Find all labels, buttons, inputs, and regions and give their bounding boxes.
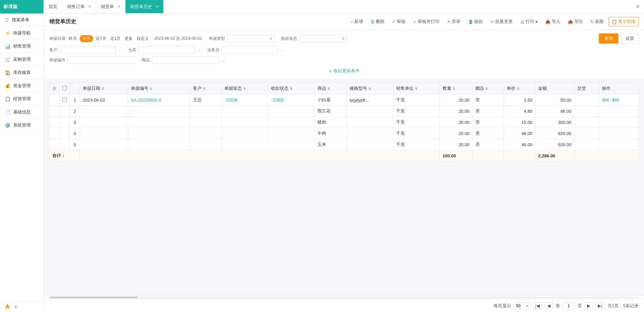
- col-doc-date[interactable]: 单据日期 ⇅: [80, 83, 128, 95]
- review-print-button[interactable]: ✓ 审核并打印: [410, 17, 442, 26]
- tab-sales-order-close[interactable]: ✕: [88, 4, 91, 9]
- date-opt-7days[interactable]: 近7天: [94, 35, 108, 42]
- pause-icon[interactable]: ⏸: [13, 304, 18, 309]
- col-unit-price[interactable]: 单价 ⇅: [504, 83, 535, 95]
- action-编辑[interactable]: 编辑: [602, 98, 609, 102]
- main-close-button[interactable]: ✕: [632, 3, 644, 10]
- tab-home[interactable]: 首页: [44, 0, 62, 13]
- date-opt-yesterday[interactable]: 昨天: [67, 35, 78, 42]
- row-goods: 西兰花: [314, 106, 347, 117]
- sidebar-item-purchase-mgmt[interactable]: 🛒 采购管理: [0, 53, 44, 66]
- page-input[interactable]: [563, 303, 575, 309]
- import-button[interactable]: 📥 导入: [542, 17, 563, 26]
- export-button[interactable]: 📤 导出: [565, 17, 586, 26]
- col-gift[interactable]: 赠品 ⇅: [472, 83, 504, 95]
- page-size-select[interactable]: 20 50 100 200: [514, 303, 530, 309]
- gear-icon[interactable]: ⚙: [52, 86, 57, 91]
- col-spec[interactable]: 规格型号 ⇅: [347, 83, 393, 95]
- row-doc-no[interactable]: [128, 117, 190, 128]
- show-detail-button[interactable]: 📋 显示明细: [609, 17, 639, 26]
- sidebar-item-quick-nav[interactable]: ⚡ 快捷导航: [0, 27, 44, 40]
- col-customer[interactable]: 客户 ⇅: [190, 83, 222, 95]
- batch-change-button[interactable]: ✏ 批量变更: [488, 17, 515, 26]
- show-detail-label: 显示明细: [618, 19, 636, 25]
- review-button[interactable]: ✓ 审核: [389, 17, 408, 26]
- warehouse-ellipsis[interactable]: ...: [197, 48, 200, 52]
- collect-label: 收款: [474, 19, 483, 25]
- horizontal-scrollbar[interactable]: [44, 295, 644, 299]
- scrollbar-thumb[interactable]: [49, 296, 138, 298]
- abandon-button[interactable]: ✕ 弃审: [444, 17, 463, 26]
- row-quantity: 20.00: [440, 117, 472, 128]
- quick-nav-icon: ⚡: [5, 30, 10, 36]
- collect-button[interactable]: 💲 收款: [465, 17, 486, 26]
- date-opt-custom[interactable]: 自定义: [135, 35, 150, 42]
- date-opt-more[interactable]: 更多: [123, 35, 134, 42]
- next-page-button[interactable]: ▶: [585, 302, 593, 309]
- row-doc-no[interactable]: SA-20230602-0: [128, 95, 190, 106]
- tab-sales-order[interactable]: 销售订单 ✕: [62, 0, 96, 13]
- col-collect-status[interactable]: 收款状态 ⇅: [268, 83, 315, 95]
- print-button[interactable]: 🖨 打印 ▾: [517, 17, 540, 26]
- collect-icon: 💲: [468, 19, 473, 24]
- row-doc-no[interactable]: [128, 139, 190, 150]
- goods-ellipsis[interactable]: ...: [221, 58, 225, 62]
- collect-status-select[interactable]: [299, 35, 346, 42]
- row-checkbox[interactable]: [60, 139, 70, 150]
- new-button[interactable]: + 新增: [348, 17, 366, 26]
- date-opt-1month[interactable]: 近1月: [109, 35, 122, 42]
- tab-sales-history-close[interactable]: ✕: [156, 4, 159, 9]
- row-checkbox[interactable]: [60, 117, 70, 128]
- sidebar-item-sys-mgmt[interactable]: ⚙️ 系统管理: [0, 119, 44, 132]
- row-collect-status: [268, 139, 315, 150]
- sidebar-item-ops-mgmt[interactable]: 📋 经营管理: [0, 93, 44, 106]
- col-checkbox[interactable]: [60, 83, 70, 95]
- row-checkbox[interactable]: [60, 95, 70, 106]
- row-transaction: [574, 128, 599, 139]
- fire-icon[interactable]: 🔥: [5, 304, 10, 309]
- setting-button[interactable]: 设置: [621, 33, 639, 44]
- warehouse-input[interactable]: [138, 46, 195, 54]
- sidebar-item-search-menu[interactable]: ☰ 搜索菜单: [0, 14, 44, 27]
- salesperson-ellipsis[interactable]: ...: [280, 48, 283, 52]
- sidebar-item-funds-mgmt[interactable]: 💰 资金管理: [0, 79, 44, 93]
- sidebar-item-sales-mgmt[interactable]: 📊 销售管理: [0, 40, 44, 53]
- last-page-button[interactable]: ▶|: [595, 302, 605, 309]
- query-button[interactable]: 查询: [599, 33, 618, 44]
- col-amount[interactable]: 金额: [535, 83, 574, 95]
- refresh-button[interactable]: ↻ 刷新: [588, 17, 607, 26]
- collapse-button[interactable]: ∧ 收起更多条件: [49, 67, 639, 75]
- prev-page-button[interactable]: ◀: [545, 302, 553, 309]
- col-quantity[interactable]: 数量 ⇅: [440, 83, 472, 95]
- col-settings[interactable]: ⚙: [50, 83, 60, 95]
- table-row: 1 2023-06-02 SA-20230602-0 王总 已生效 已收款 小白…: [50, 95, 639, 106]
- row-checkbox[interactable]: [60, 106, 70, 117]
- sidebar-item-basic-info[interactable]: 📄 基础信息: [0, 106, 44, 119]
- tab-sales-history[interactable]: 销货单历史 ✕: [125, 0, 164, 13]
- doc-no-input[interactable]: [67, 56, 135, 64]
- row-doc-no[interactable]: [128, 106, 190, 117]
- row-doc-status: [222, 106, 268, 117]
- tab-sales-goods[interactable]: 销货单 ✕: [96, 0, 125, 13]
- row-quantity: 20.00: [440, 128, 472, 139]
- salesperson-input[interactable]: [221, 46, 278, 54]
- review-label: 审核: [397, 19, 405, 25]
- first-page-button[interactable]: |◀: [533, 302, 542, 309]
- row-select-checkbox[interactable]: [62, 97, 67, 102]
- col-goods[interactable]: 商品 ⇅: [314, 83, 347, 95]
- select-all-checkbox[interactable]: [62, 86, 67, 90]
- goods-input[interactable]: [152, 56, 219, 64]
- row-doc-no[interactable]: [128, 128, 190, 139]
- col-sales-unit[interactable]: 销售单位 ⇅: [393, 83, 440, 95]
- delete-button[interactable]: 🗑 删除: [368, 17, 387, 26]
- doc-type-select[interactable]: [227, 35, 274, 42]
- row-checkbox[interactable]: [60, 128, 70, 139]
- customer-input[interactable]: [59, 46, 116, 54]
- action-删除[interactable]: 删除: [612, 98, 619, 102]
- date-opt-today[interactable]: 今天: [80, 35, 93, 42]
- col-doc-status[interactable]: 单据状态 ⇅: [222, 83, 268, 95]
- tab-sales-goods-close[interactable]: ✕: [117, 4, 120, 9]
- col-doc-no[interactable]: 单据编号 ⇅: [128, 83, 190, 95]
- sidebar-item-inventory[interactable]: 🏠 库存核算: [0, 66, 44, 79]
- customer-ellipsis[interactable]: ...: [118, 48, 121, 52]
